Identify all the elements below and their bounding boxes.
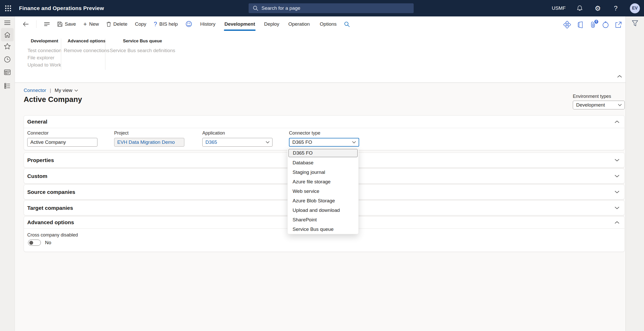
tab-operation[interactable]: Operation [288,20,310,29]
section-collapse-button[interactable] [614,119,620,125]
help-button[interactable]: ? [612,4,620,12]
bis-help-button[interactable]: ? BIS help [154,21,178,27]
breadcrumb-record-link[interactable]: Connector [24,88,46,93]
delete-button[interactable]: Delete [106,21,128,27]
connector-input[interactable]: Active Company [27,138,97,147]
new-button[interactable]: + New [83,21,99,27]
nav-home-button[interactable] [0,29,15,40]
project-input[interactable]: EVH Data Migration Demo [114,138,184,147]
section-general-title: General [27,119,47,125]
nav-modules-button[interactable] [0,80,15,91]
find-icon [344,21,350,27]
dropdown-option-d365-fo[interactable]: D365 FO [288,149,358,157]
settings-button[interactable]: ⚙ [594,4,602,12]
view-selector-label: My view [55,88,72,93]
connector-type-select[interactable]: D365 FO [289,138,359,147]
nav-workspaces-button[interactable] [0,67,15,78]
nav-favorites-button[interactable] [0,41,15,52]
toggle-knob [29,241,33,245]
nav-menu-button[interactable] [0,17,15,28]
delete-label: Delete [113,21,128,27]
clock-icon [4,56,11,63]
section-general-header[interactable]: General [24,116,624,128]
back-button[interactable] [23,22,29,27]
tab-deploy[interactable]: Deploy [264,20,280,29]
section-expand-button[interactable] [614,189,620,195]
personalize-button[interactable] [563,21,571,29]
section-expand-button[interactable] [614,157,620,163]
copy-label: Copy [135,21,146,27]
view-selector[interactable]: My view [55,88,78,93]
chevron-down-icon [266,141,270,144]
right-panel-rail [625,16,644,331]
user-avatar[interactable]: EV [630,3,640,13]
company-picker[interactable]: USMF [552,5,566,11]
bell-icon [576,5,583,12]
waffle-icon [5,5,11,11]
environment-types-select[interactable]: Development [573,101,625,109]
ribbon-group-title: Advanced options [64,39,109,44]
office-app-icon [577,21,584,28]
open-in-office-button[interactable] [577,21,584,28]
diamond-tiles-icon [563,21,571,29]
tab-options[interactable]: Options [320,21,337,27]
collapse-lines-button[interactable] [44,22,50,26]
ribbon-collapse-button[interactable] [616,74,623,79]
dropdown-option-azure-blob-storage[interactable]: Azure Blob Storage [288,196,358,205]
section-expand-button[interactable] [614,173,620,179]
refresh-button[interactable] [602,21,609,28]
test-connection-button[interactable]: Test connection [28,47,61,54]
dropdown-option-staging-journal[interactable]: Staging journal [288,167,358,177]
dropdown-option-service-bus-queue[interactable]: Service Bus queue [288,224,358,234]
search-placeholder: Search for a page [261,5,300,11]
app-launcher-button[interactable] [0,0,16,16]
notifications-button[interactable] [576,4,584,12]
ribbon-divider [105,39,105,70]
copy-button[interactable]: Copy [135,21,146,27]
save-button[interactable]: Save [57,21,76,27]
section-collapse-button[interactable] [614,220,620,225]
feedback-button[interactable]: ☺ [185,21,192,27]
application-select[interactable]: D365 [202,138,273,147]
open-in-new-window-button[interactable] [615,21,622,28]
ribbon-group-title: Service Bus queue [110,39,175,44]
top-navigation-bar: Finance and Operations Preview Search fo… [0,0,644,16]
search-icon [253,5,258,11]
help-icon: ? [614,5,618,12]
new-label: New [89,21,99,27]
project-value: EVH Data Migration Demo [117,139,175,145]
attachments-button[interactable]: 0 [590,21,596,28]
global-search-input[interactable]: Search for a page [249,3,414,13]
cross-company-toggle[interactable] [28,240,41,246]
toolbar-search-button[interactable] [344,21,350,27]
task-list-icon [4,83,11,89]
remove-connections-button[interactable]: Remove connections [64,47,109,54]
service-bus-search-definitions-button[interactable]: Service Bus search definitions [110,47,175,54]
connector-label: Connector [27,130,97,136]
refresh-timer-icon [602,21,609,28]
chevron-up-icon [614,221,620,224]
tab-history[interactable]: History [200,20,216,29]
tab-development[interactable]: Development [224,20,256,29]
dropdown-option-sharepoint[interactable]: SharePoint [288,215,358,224]
dropdown-option-database[interactable]: Database [288,158,358,167]
ribbon-group-service-bus-queue: Service Bus queue Service Bus search def… [110,39,175,54]
dropdown-option-web-service[interactable]: Web service [288,186,358,196]
star-icon [4,43,11,50]
ribbon-group-advanced-options: Advanced options Remove connections [64,39,109,54]
filter-panel-button[interactable] [631,20,639,27]
application-field: Application D365 [202,130,273,147]
trash-icon [106,22,111,27]
connector-field: Connector Active Company [27,130,97,147]
file-explorer-button[interactable]: File explorer [28,54,61,61]
back-arrow-icon [23,22,29,27]
align-lines-icon [44,22,50,26]
upload-to-work-button[interactable]: Upload to Work [28,61,61,69]
environment-types-value: Development [576,102,605,108]
dropdown-option-azure-file-storage[interactable]: Azure file storage [288,177,358,186]
nav-recent-button[interactable] [0,54,15,65]
dropdown-option-upload-and-download[interactable]: Upload and download [288,205,358,215]
toggle-value: No [45,240,51,245]
chevron-down-icon [614,206,620,209]
section-expand-button[interactable] [614,205,620,211]
